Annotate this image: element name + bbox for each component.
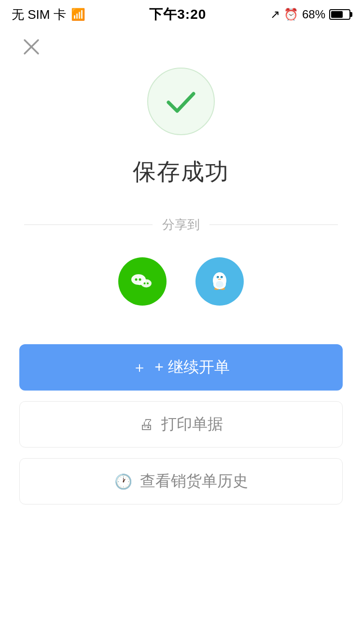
success-circle — [147, 68, 215, 135]
status-time: 下午3:20 — [149, 5, 206, 24]
history-icon: 🕐 — [114, 473, 132, 490]
svg-point-4 — [139, 279, 141, 281]
svg-point-6 — [144, 282, 146, 284]
share-divider: 分享到 — [0, 216, 362, 233]
checkmark-icon — [164, 84, 198, 119]
battery-bar — [329, 9, 350, 20]
history-button[interactable]: 🕐 查看销货单历史 — [19, 458, 343, 504]
wechat-share-button[interactable] — [118, 257, 167, 306]
svg-point-7 — [147, 282, 149, 284]
svg-point-13 — [222, 277, 223, 278]
share-label: 分享到 — [153, 216, 209, 233]
svg-point-12 — [218, 277, 219, 278]
svg-point-5 — [141, 280, 152, 288]
status-right: ↗ ⏰ 68% — [270, 8, 350, 21]
qq-share-button[interactable] — [195, 257, 244, 306]
status-left: 无 SIM 卡 📶 — [12, 6, 85, 23]
continue-icon: ＋ — [132, 358, 147, 378]
main-content: 保存成功 分享到 — [0, 29, 362, 504]
divider-left — [24, 224, 153, 225]
wechat-icon — [128, 267, 157, 296]
battery-percentage: 68% — [302, 8, 325, 21]
continue-label: + 继续开单 — [154, 357, 230, 378]
close-icon — [23, 38, 40, 56]
continue-button[interactable]: ＋ + 继续开单 — [19, 344, 343, 391]
location-icon: ↗ — [270, 8, 280, 21]
status-bar: 无 SIM 卡 📶 下午3:20 ↗ ⏰ 68% — [0, 0, 362, 29]
share-icons — [118, 257, 244, 306]
qq-icon — [205, 267, 234, 296]
svg-point-18 — [216, 281, 223, 288]
sim-label: 无 SIM 卡 — [12, 6, 66, 23]
print-button[interactable]: 🖨 打印单据 — [19, 401, 343, 448]
svg-point-3 — [135, 279, 138, 281]
print-label: 打印单据 — [161, 414, 223, 435]
close-button[interactable] — [19, 35, 43, 59]
divider-right — [209, 224, 338, 225]
success-title: 保存成功 — [133, 156, 229, 187]
print-icon: 🖨 — [139, 416, 153, 433]
wifi-icon: 📶 — [71, 8, 85, 21]
alarm-icon: ⏰ — [284, 8, 298, 21]
battery-fill — [331, 11, 343, 18]
history-label: 查看销货单历史 — [140, 471, 248, 492]
action-buttons: ＋ + 继续开单 🖨 打印单据 🕐 查看销货单历史 — [0, 344, 362, 504]
